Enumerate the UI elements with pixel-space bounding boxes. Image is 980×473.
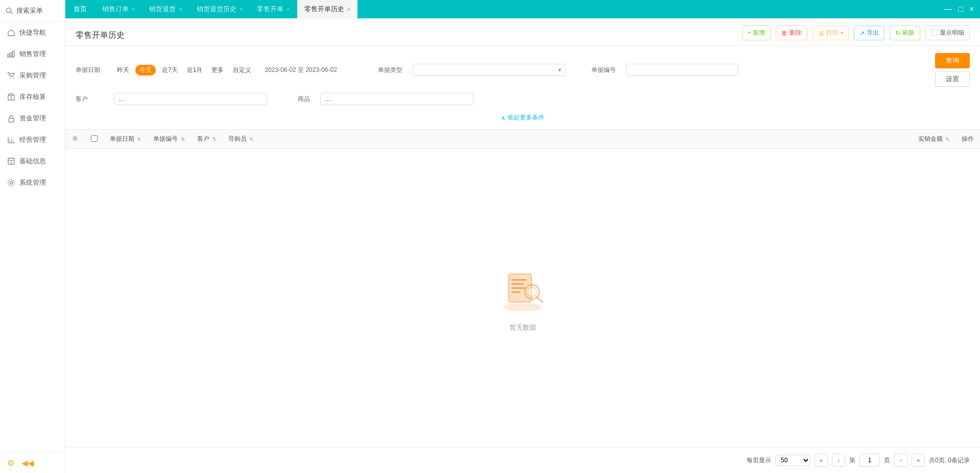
- collapse-more-button[interactable]: ∧ 收起更多条件: [501, 113, 544, 122]
- filter-row-customer: 客户 … 商品 …: [76, 93, 970, 105]
- minimize-icon[interactable]: —: [944, 5, 952, 14]
- table-header-row: 单据日期 ⇅ 单据编号 ⇅ 客户 ⇅: [65, 130, 980, 149]
- per-page-label: 每页显示: [747, 456, 771, 465]
- top-nav: 首页 销售订单 × 销货退货 × 销货退货历史 × 零售开单 × 零售开单历史 …: [65, 0, 980, 18]
- prev-page-button[interactable]: ‹: [832, 454, 845, 467]
- page-header: 零售开单历史 + 新增 🗑 删除 🖨 打印 ▾ ↗ 导出 ↻: [65, 18, 980, 46]
- refresh-icon: ↻: [895, 30, 900, 37]
- th-checkbox-col[interactable]: [85, 130, 104, 149]
- bar-chart-icon: [7, 136, 15, 144]
- th-customer[interactable]: 客户 ⇅: [191, 130, 222, 149]
- close-window-icon[interactable]: ×: [969, 5, 974, 14]
- sort-icon-no: ⇅: [181, 136, 185, 142]
- date-range-display: 2023-06-02 至 2023-06-02: [265, 66, 337, 74]
- svg-rect-3: [10, 53, 12, 57]
- tab-retail-open[interactable]: 零售开单 ×: [250, 0, 297, 18]
- date-opt-last1m[interactable]: 近1月: [184, 65, 206, 76]
- collapse-sidebar-icon[interactable]: ◀◀: [21, 458, 34, 468]
- close-tab-retail-open-history[interactable]: ×: [347, 6, 350, 12]
- doc-no-label: 单据编号: [591, 66, 616, 74]
- sidebar-item-inventory[interactable]: 库存核算: [0, 86, 65, 108]
- th-guide[interactable]: 导购员 ⇅: [222, 130, 259, 149]
- sidebar-item-label: 库存核算: [19, 92, 46, 102]
- display-checkbox: [931, 30, 938, 36]
- cart-icon: [7, 71, 15, 80]
- page-suffix: 页: [884, 456, 890, 465]
- svg-rect-25: [511, 291, 520, 293]
- date-opt-yesterday[interactable]: 昨天: [114, 65, 132, 76]
- sidebar-item-label: 系统管理: [19, 178, 46, 187]
- svg-rect-2: [8, 54, 9, 57]
- th-amount[interactable]: 实销金额 ⇅: [912, 130, 955, 149]
- date-opt-custom[interactable]: 自定义: [230, 65, 254, 76]
- svg-rect-9: [9, 118, 14, 122]
- delete-button[interactable]: 🗑 删除: [776, 26, 807, 40]
- tab-sales-return-history[interactable]: 销货退货历史 ×: [189, 0, 250, 18]
- page-label: 第: [849, 456, 855, 465]
- filter-settings-button[interactable]: 设置: [935, 71, 970, 87]
- export-icon: ↗: [859, 30, 865, 37]
- query-button[interactable]: 查询: [935, 53, 970, 68]
- sidebar-item-sales-mgmt[interactable]: 销售管理: [0, 43, 65, 65]
- doc-no-input[interactable]: [626, 64, 738, 76]
- close-tab-sales-return-history[interactable]: ×: [240, 6, 243, 12]
- top-nav-right: — □ ×: [944, 5, 980, 14]
- sidebar-item-finance[interactable]: 资金管理: [0, 108, 65, 129]
- th-settings[interactable]: [65, 130, 85, 149]
- chevron-down-icon: ▾: [558, 66, 561, 73]
- product-filter-label: 商品: [298, 95, 310, 104]
- print-button[interactable]: 🖨 打印 ▾: [812, 26, 849, 40]
- sidebar-item-purchase-mgmt[interactable]: 采购管理: [0, 65, 65, 86]
- first-page-button[interactable]: «: [815, 454, 828, 467]
- customer-dots: …: [118, 95, 125, 103]
- collapse-more-row: ∧ 收起更多条件: [76, 111, 970, 122]
- last-page-button[interactable]: »: [912, 454, 925, 467]
- svg-line-1: [11, 12, 13, 14]
- date-opt-more[interactable]: 更多: [208, 65, 227, 76]
- display-detail-button[interactable]: 显示明细: [925, 26, 970, 40]
- chart-icon: [7, 50, 15, 58]
- sidebar-item-quick-nav[interactable]: 快捷导航: [0, 22, 65, 43]
- product-select[interactable]: …: [320, 93, 473, 105]
- next-page-button[interactable]: ›: [894, 454, 907, 467]
- sidebar-item-ops-mgmt[interactable]: 经营管理: [0, 129, 65, 151]
- tab-retail-open-history[interactable]: 零售开单历史 ×: [297, 0, 357, 18]
- tab-sales-return[interactable]: 销货退货 ×: [142, 0, 189, 18]
- refresh-button[interactable]: ↻ 刷新: [890, 26, 920, 40]
- box-icon: [7, 93, 15, 101]
- date-opt-last7[interactable]: 近7天: [159, 65, 181, 76]
- date-opt-today[interactable]: 今天: [135, 65, 156, 76]
- close-tab-sales-order[interactable]: ×: [132, 6, 135, 12]
- settings-bottom-icon[interactable]: ⚙: [7, 458, 14, 468]
- th-spacer: [259, 130, 912, 149]
- add-button[interactable]: + 新增: [742, 26, 771, 40]
- page-size-select[interactable]: 10 20 50 100: [775, 455, 810, 466]
- sidebar-search-label: 搜索采单: [16, 6, 43, 15]
- restore-icon[interactable]: □: [958, 5, 963, 14]
- export-button[interactable]: ↗ 导出: [854, 26, 885, 40]
- svg-line-28: [537, 297, 542, 302]
- close-tab-sales-return[interactable]: ×: [179, 6, 182, 12]
- empty-text: 暂无数据: [510, 323, 536, 332]
- sidebar-item-sys-mgmt[interactable]: 系统管理: [0, 172, 65, 193]
- th-date[interactable]: 单据日期 ⇅: [104, 130, 147, 149]
- customer-select[interactable]: …: [114, 93, 267, 105]
- svg-rect-23: [511, 283, 524, 285]
- tab-sales-order[interactable]: 销售订单 ×: [95, 0, 142, 18]
- print-dropdown-icon: ▾: [841, 30, 843, 36]
- sidebar-search[interactable]: 搜索采单: [0, 0, 65, 22]
- select-all-checkbox[interactable]: [91, 135, 98, 142]
- tab-home[interactable]: 首页: [65, 5, 95, 14]
- doc-type-select[interactable]: ▾: [413, 64, 566, 76]
- svg-rect-12: [9, 139, 10, 143]
- th-no[interactable]: 单据编号 ⇅: [147, 130, 190, 149]
- svg-rect-13: [11, 138, 12, 143]
- doc-type-label: 单据类型: [378, 66, 402, 74]
- sidebar-item-basic-info[interactable]: 基础信息: [0, 151, 65, 172]
- current-page-input[interactable]: [859, 454, 880, 467]
- svg-point-27: [528, 287, 537, 296]
- total-label: 共0页, 0条记录: [929, 456, 970, 465]
- close-tab-retail-open[interactable]: ×: [286, 6, 290, 12]
- svg-rect-4: [13, 51, 14, 57]
- svg-point-20: [504, 303, 542, 311]
